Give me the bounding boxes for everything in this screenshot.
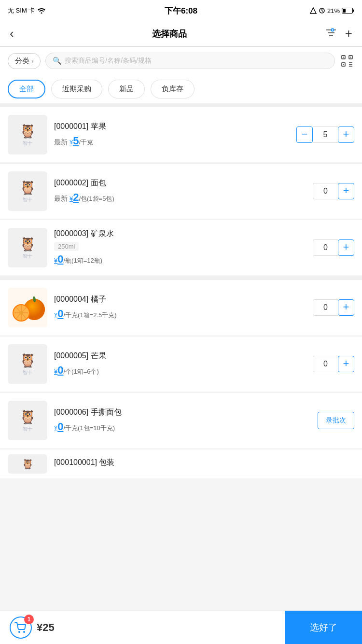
product-spec: 250ml	[54, 242, 79, 251]
increase-button[interactable]: +	[338, 356, 354, 372]
product-name: [0000005] 芒果	[54, 351, 306, 361]
page-title: 选择商品	[152, 28, 187, 40]
product-info: [0000003] 矿泉水 250ml ¥0/瓶(1箱=12瓶)	[54, 229, 306, 266]
quantity-input[interactable]	[313, 299, 338, 316]
status-left: 无 SIM 卡	[8, 6, 45, 15]
quantity-control: +	[313, 183, 354, 199]
increase-button[interactable]: +	[338, 183, 354, 199]
alarm-icon	[319, 7, 325, 14]
cart-section: 1 ¥25	[0, 616, 64, 639]
product-price: 最新 ¥2/包(1袋=5包)	[54, 191, 306, 204]
increase-button[interactable]: +	[338, 239, 354, 256]
product-price: ¥0/千克(1包=10千克)	[54, 420, 311, 433]
product-price: ¥0/瓶(1箱=12瓶)	[54, 253, 306, 266]
list-item: 🦉 [000100001] 包装	[0, 449, 362, 478]
list-item: 🦉 智十 [0000003] 矿泉水 250ml ¥0/瓶(1箱=12瓶) +	[0, 220, 362, 275]
list-item: 🦉 智十 [0000006] 手撕面包 ¥0/千克(1包=10千克) 录批次	[0, 393, 362, 448]
svg-rect-19	[343, 64, 344, 65]
quantity-control: +	[313, 299, 354, 316]
scan-button[interactable]	[340, 54, 354, 68]
svg-point-27	[23, 631, 25, 633]
wifi-icon	[38, 8, 45, 14]
battery-icon	[342, 7, 354, 14]
svg-point-25	[19, 311, 23, 315]
product-thumbnail: 🦉 智十	[8, 171, 47, 211]
svg-rect-6	[353, 10, 354, 12]
product-thumbnail: 🦉 智十	[8, 401, 47, 440]
svg-point-0	[41, 13, 42, 14]
product-price: ¥0/个(1箱=6个)	[54, 364, 306, 377]
svg-rect-5	[343, 9, 346, 13]
tab-new[interactable]: 新品	[108, 80, 145, 98]
product-info: [0000006] 手撕面包 ¥0/千克(1包=10千克)	[54, 407, 311, 434]
product-name: [0000004] 橘子	[54, 294, 306, 305]
product-info: [0000002] 面包 最新 ¥2/包(1袋=5包)	[54, 178, 306, 205]
svg-line-3	[322, 11, 323, 12]
product-name: [0000003] 矿泉水	[54, 229, 306, 239]
list-item: 🦉 智十 [0000005] 芒果 ¥0/个(1箱=6个) +	[0, 336, 362, 392]
tab-all[interactable]: 全部	[8, 80, 45, 98]
list-item: 🦉 智十 [0000002] 面包 最新 ¥2/包(1袋=5包) +	[0, 164, 362, 219]
product-price: ¥0/千克(1箱=2.5千克)	[54, 308, 306, 320]
batch-button[interactable]: 录批次	[318, 412, 354, 429]
search-bar[interactable]: 🔍 搜索商品编号/名称/条码/规格	[45, 53, 335, 69]
product-thumbnail: 🦉 智十	[8, 115, 47, 154]
tab-recent[interactable]: 近期采购	[51, 80, 102, 98]
battery-text: 21%	[327, 7, 340, 14]
decrease-button[interactable]: −	[296, 126, 313, 143]
svg-point-10	[331, 28, 334, 31]
status-time: 下午6:08	[165, 5, 197, 16]
product-info: [0000001] 苹果 最新 ¥5/千克	[54, 122, 290, 148]
product-thumbnail: 🦉 智十	[8, 344, 47, 384]
increase-button[interactable]: +	[338, 299, 354, 316]
quantity-input[interactable]	[313, 239, 338, 256]
product-thumbnail: 🦉	[8, 454, 47, 474]
quantity-input[interactable]	[313, 183, 338, 199]
increase-button[interactable]: +	[338, 126, 354, 143]
quantity-input[interactable]	[313, 126, 338, 143]
back-button[interactable]: ‹	[10, 26, 14, 41]
bottom-bar: 1 ¥25 选好了	[0, 610, 362, 644]
category-button[interactable]: 分类 ›	[8, 53, 41, 69]
quantity-input[interactable]	[313, 356, 338, 372]
product-info: [0000005] 芒果 ¥0/个(1箱=6个)	[54, 351, 306, 378]
filter-icon[interactable]	[325, 27, 337, 41]
tab-bar: 全部 近期采购 新品 负库存	[0, 75, 362, 103]
confirm-button[interactable]: 选好了	[285, 611, 362, 644]
svg-point-26	[18, 631, 20, 633]
cart-icon[interactable]: 1	[10, 616, 32, 639]
product-thumbnail	[8, 288, 47, 327]
status-right: 21%	[310, 7, 354, 14]
quantity-control: − +	[296, 126, 354, 143]
category-label: 分类	[15, 56, 29, 66]
quantity-control: +	[313, 356, 354, 372]
add-button[interactable]: +	[345, 26, 352, 41]
product-name: [0000006] 手撕面包	[54, 407, 311, 418]
category-chevron-icon: ›	[31, 57, 33, 65]
carrier-text: 无 SIM 卡	[8, 6, 35, 15]
list-item: [0000004] 橘子 ¥0/千克(1箱=2.5千克) +	[0, 280, 362, 335]
product-list: 🦉 智十 [0000001] 苹果 最新 ¥5/千克 − + 🦉 智十 [000…	[0, 107, 362, 517]
product-name: [0000002] 面包	[54, 178, 306, 188]
product-thumbnail: 🦉 智十	[8, 228, 47, 267]
location-icon	[310, 7, 317, 14]
product-price: 最新 ¥5/千克	[54, 135, 290, 147]
quantity-control: +	[313, 239, 354, 256]
status-bar: 无 SIM 卡 下午6:08 21%	[0, 0, 362, 21]
nav-bar: ‹ 选择商品 +	[0, 21, 362, 46]
cart-badge: 1	[24, 615, 34, 624]
search-placeholder: 搜索商品编号/名称/条码/规格	[65, 56, 152, 65]
search-icon: 🔍	[53, 56, 62, 65]
cart-total: ¥25	[37, 621, 55, 634]
product-info: [0000004] 橘子 ¥0/千克(1箱=2.5千克)	[54, 294, 306, 321]
filter-bar: 分类 › 🔍 搜索商品编号/名称/条码/规格	[0, 47, 362, 75]
orange-image	[8, 288, 47, 327]
svg-rect-18	[350, 57, 351, 58]
list-item: 🦉 智十 [0000001] 苹果 最新 ¥5/千克 − +	[0, 107, 362, 162]
product-info: [000100001] 包装	[54, 458, 354, 471]
product-name: [000100001] 包装	[54, 458, 354, 468]
shopping-cart-icon	[14, 622, 27, 633]
svg-rect-17	[343, 57, 344, 58]
product-name: [0000001] 苹果	[54, 122, 290, 132]
tab-negative[interactable]: 负库存	[151, 80, 195, 98]
